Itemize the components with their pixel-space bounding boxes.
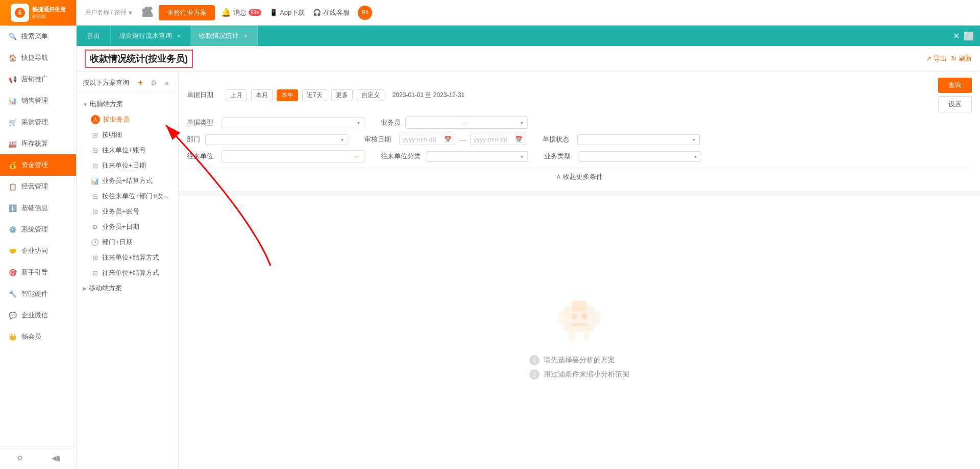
sidebar-item-collab[interactable]: 🤝 企业协同 bbox=[0, 240, 76, 262]
tree-item-salesperson-date[interactable]: ⚙ 业务员+日期 bbox=[77, 219, 178, 235]
tab-close-cash[interactable]: ✕ bbox=[175, 32, 182, 39]
sidebar-item-guide[interactable]: 🎯 新手引导 bbox=[0, 262, 76, 283]
avatar: Rit bbox=[358, 6, 372, 20]
left-panel-title: 按以下方案查询 bbox=[83, 78, 129, 87]
sidebar-item-basic[interactable]: ℹ️ 基础信息 bbox=[0, 197, 76, 219]
user-profile[interactable]: Rit bbox=[358, 6, 372, 20]
detail-icon: ⊞ bbox=[91, 131, 99, 139]
partner-select[interactable]: ··· bbox=[222, 150, 364, 162]
message-btn[interactable]: 🔔 消息 99+ bbox=[221, 8, 261, 17]
collapse-more-btn[interactable]: ∧ 收起更多条件 bbox=[187, 168, 972, 185]
tree-item-by-salesperson[interactable]: 人 按业务员 bbox=[77, 112, 178, 127]
page-actions: ↗ 导出 ↻ 刷新 bbox=[926, 54, 972, 63]
tab-bar: 首页 现金银行流水查询 ✕ 收款情况统计 ✕ ✕ ⬜ bbox=[77, 26, 980, 46]
dept-select[interactable]: ▾ bbox=[205, 134, 348, 145]
tab-close-collection[interactable]: ✕ bbox=[242, 32, 249, 39]
search-icon: 🔍 bbox=[8, 32, 17, 41]
topbar-right: 🔔 消息 99+ 📱 App下载 🎧 在线客服 Rit bbox=[221, 6, 372, 20]
query-button[interactable]: 查询 bbox=[938, 78, 972, 93]
business-type-select[interactable]: ▾ bbox=[579, 151, 701, 162]
dept-label: 部门 bbox=[187, 135, 201, 144]
salesperson-settlement-icon: 📊 bbox=[91, 177, 99, 185]
dropdown-icon[interactable]: ▾ bbox=[129, 9, 132, 16]
tab-home[interactable]: 首页 bbox=[77, 26, 111, 46]
tree-group-mobile-header[interactable]: ▶ 移动端方案 bbox=[77, 280, 178, 296]
btn-this-year[interactable]: 本年 bbox=[277, 89, 298, 101]
member-icon: 👑 bbox=[8, 332, 17, 341]
sidebar-item-nav[interactable]: 🏠 快捷导航 bbox=[0, 47, 76, 68]
empty-tip-2: 2 用过滤条件来缩小分析范围 bbox=[529, 369, 629, 380]
partner-more-btn[interactable]: ··· bbox=[355, 153, 360, 160]
date-range-display: 2023-01-01 至 2023-12-31 bbox=[393, 91, 464, 100]
date-range-value: 2023-01-01 至 2023-12-31 bbox=[393, 91, 464, 100]
refresh-button[interactable]: ↻ 刷新 bbox=[951, 54, 972, 63]
btn-custom-date[interactable]: 自定义 bbox=[357, 89, 384, 101]
dept-chevron: ▾ bbox=[341, 137, 344, 143]
scheme-settings-btn[interactable]: ⚙ bbox=[149, 78, 159, 88]
sidebar-item-system[interactable]: ⚙️ 系统管理 bbox=[0, 219, 76, 240]
tree-group-desktop: ▼ 电脑端方案 人 按业务员 ⊞ 按明细 ⊟ 往来单位+账号 bbox=[77, 97, 178, 280]
salesperson-more[interactable]: ··· bbox=[462, 119, 468, 126]
tab-cash-flow[interactable]: 现金银行流水查询 ✕ bbox=[111, 26, 191, 46]
export-button[interactable]: ↗ 导出 bbox=[926, 54, 947, 63]
tip-num-1: 1 bbox=[529, 355, 540, 365]
doctype-select[interactable]: ▾ bbox=[222, 118, 364, 128]
btn-this-month[interactable]: 本月 bbox=[251, 89, 273, 101]
add-scheme-btn[interactable]: + bbox=[135, 78, 145, 88]
tree-item-partner-settlement2[interactable]: ⊟ 往来单位+结算方式 bbox=[77, 265, 178, 280]
tab-actions: ✕ ⬜ bbox=[947, 31, 980, 41]
sidebar-item-hardware[interactable]: 🔧 智能硬件 bbox=[0, 283, 76, 304]
btn-last-month[interactable]: 上月 bbox=[226, 89, 247, 101]
collapse-panel-btn[interactable]: « bbox=[162, 78, 172, 88]
tree-item-dept-date[interactable]: 🕐 部门+日期 bbox=[77, 235, 178, 250]
date-label: 单据日期 bbox=[187, 90, 217, 100]
wechat-icon: 💬 bbox=[8, 311, 17, 320]
online-service-btn[interactable]: 🎧 在线客服 bbox=[313, 8, 350, 17]
notification-badge: 99+ bbox=[249, 9, 261, 16]
tree-item-by-detail[interactable]: ⊞ 按明细 bbox=[77, 127, 178, 143]
review-date-end[interactable]: yyyy-mm-dd 📅 bbox=[470, 134, 526, 145]
settings-button[interactable]: 设置 bbox=[938, 96, 972, 112]
doctype-label: 单据类型 bbox=[187, 118, 217, 127]
tree-group-desktop-header[interactable]: ▼ 电脑端方案 bbox=[77, 97, 178, 112]
sidebar-collapse-btn[interactable]: ◀▮ bbox=[40, 451, 72, 465]
breadcrumb: 用户名称 / 路径 ▾ bbox=[85, 8, 132, 17]
salesperson-select[interactable]: ··· ▾ bbox=[405, 116, 528, 129]
calendar-icon-end: 📅 bbox=[515, 136, 523, 143]
partner-type-select[interactable]: ▾ bbox=[426, 151, 528, 162]
sidebar-item-sales[interactable]: 📊 销售管理 bbox=[0, 90, 76, 111]
sidebar-item-finance[interactable]: 💰 资金管理 bbox=[0, 154, 76, 176]
sales-icon: 📊 bbox=[8, 96, 17, 105]
tab-collection[interactable]: 收款情况统计 ✕ bbox=[191, 26, 258, 46]
btn-last-7-days[interactable]: 近7天 bbox=[302, 89, 327, 101]
gear-btn[interactable] bbox=[142, 7, 153, 18]
review-date-start[interactable]: yyyy-mm-dd 📅 bbox=[399, 134, 455, 145]
tree-item-salesperson-settlement[interactable]: 📊 业务员+结算方式 bbox=[77, 173, 178, 189]
sidebar-item-wechat[interactable]: 💬 企业微信 bbox=[0, 304, 76, 326]
filter-area: 单据日期 上月 本月 本年 近7天 更多 自定义 2023-01-01 至 20… bbox=[179, 72, 980, 192]
tree-item-partner-settlement1[interactable]: ⊞ 往来单位+结算方式 bbox=[77, 250, 178, 265]
tab-maximize-btn[interactable]: ⬜ bbox=[964, 31, 974, 41]
tree-item-salesperson-account[interactable]: ⊟ 业务员+账号 bbox=[77, 204, 178, 219]
system-icon: ⚙️ bbox=[8, 225, 17, 234]
tree-item-partner-dept[interactable]: ⊟ 按往来单位+部门+收... bbox=[77, 189, 178, 204]
sidebar-item-inventory[interactable]: 🏭 库存核算 bbox=[0, 133, 76, 154]
tree-item-partner-account[interactable]: ⊟ 往来单位+账号 bbox=[77, 143, 178, 158]
sidebar-item-purchase[interactable]: 🛒 采购管理 bbox=[0, 111, 76, 133]
trial-button[interactable]: 体验行业方案 bbox=[159, 5, 215, 20]
partner-account-icon: ⊟ bbox=[91, 146, 99, 154]
collab-icon: 🤝 bbox=[8, 246, 17, 255]
tree-item-partner-date[interactable]: ⊟ 往来单位+日期 bbox=[77, 158, 178, 173]
sidebar-item-marketing[interactable]: 📢 营销推广 bbox=[0, 68, 76, 90]
doc-status-label: 单据状态 bbox=[543, 135, 573, 144]
tab-close-all-btn[interactable]: ✕ bbox=[953, 31, 960, 41]
sidebar-item-operation[interactable]: 📋 经营管理 bbox=[0, 176, 76, 197]
sidebar-item-search[interactable]: 🔍 搜索菜单 bbox=[0, 26, 76, 47]
sidebar-item-member[interactable]: 👑 畅会员 bbox=[0, 326, 76, 347]
sidebar-settings-btn[interactable]: ⚙ bbox=[4, 451, 36, 465]
doc-status-select[interactable]: ▾ bbox=[577, 134, 700, 145]
page-title: 收款情况统计(按业务员) bbox=[85, 50, 193, 68]
app-download-btn[interactable]: 📱 App下载 bbox=[270, 8, 305, 17]
filter-row-1: 单据日期 上月 本月 本年 近7天 更多 自定义 2023-01-01 至 20… bbox=[187, 78, 972, 112]
btn-more-dates[interactable]: 更多 bbox=[331, 89, 353, 101]
